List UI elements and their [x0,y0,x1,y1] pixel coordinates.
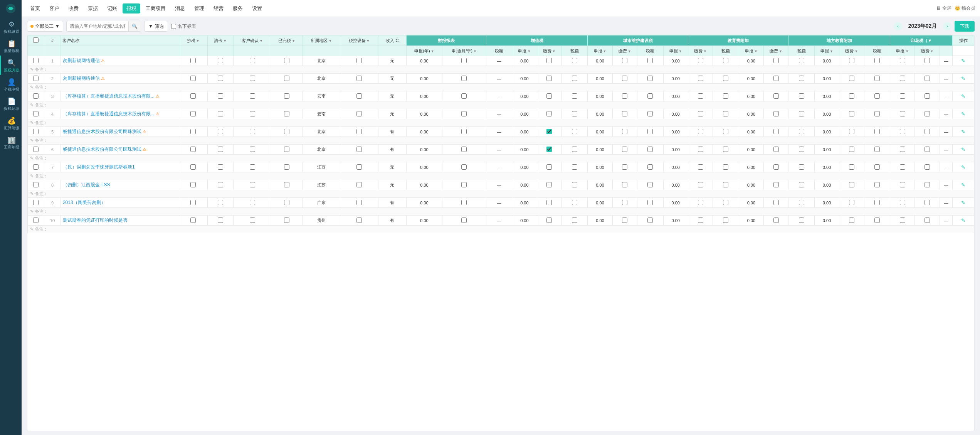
nav-accounting[interactable]: 记账 [103,3,121,13]
employee-filter-select[interactable]: 全部员工 ▼ [27,21,63,32]
stamp-declared-checkbox[interactable] [900,129,905,134]
row-checkbox[interactable] [33,164,39,170]
local-paid-checkbox[interactable] [799,182,804,187]
sidebar-item-personal-tax[interactable]: 👤 个税申报 [0,75,22,94]
edu-declared2-checkbox[interactable] [773,164,779,170]
city-declared-checkbox[interactable] [622,76,627,81]
taxdev-checkbox[interactable] [356,182,362,187]
city-paid-checkbox[interactable] [647,93,653,99]
row-checkbox[interactable] [33,147,39,152]
taxcopy-checkbox[interactable] [190,182,196,187]
sidebar-item-tax-settings[interactable]: ⚙ 报税设置 [0,17,22,36]
row-checkbox[interactable] [33,218,39,223]
edu-paid-checkbox[interactable] [723,76,728,81]
vip-btn[interactable]: 👑 畅会员 [955,5,975,12]
city-declared-checkbox[interactable] [622,147,627,152]
local-declared-checkbox[interactable] [849,218,854,223]
local-paid-checkbox[interactable] [799,58,804,63]
vat-declared-checkbox[interactable] [546,93,552,99]
nav-customer[interactable]: 客户 [45,3,63,13]
sidebar-item-annual-settlement[interactable]: 💰 汇算清缴 [0,113,22,133]
local-paid-checkbox[interactable] [799,76,804,81]
edit-button[interactable]: ✎ [961,76,965,81]
taxcopy-checkbox[interactable] [190,93,196,99]
stamp-declared-checkbox[interactable] [900,93,905,99]
local-paid2-checkbox[interactable] [874,93,880,99]
city-paid-checkbox[interactable] [647,147,653,152]
cardcancel-checkbox[interactable] [218,164,223,170]
row-checkbox-cell[interactable] [28,216,44,226]
confirm-checkbox[interactable] [250,218,255,223]
sidebar-item-tax-browse[interactable]: 🔍 报税浏览 [0,56,22,75]
confirm-checkbox[interactable] [250,93,255,99]
edu-declared-checkbox[interactable] [698,76,703,81]
edit-button[interactable]: ✎ [961,147,965,152]
local-paid-checkbox[interactable] [799,111,804,116]
local-declared-checkbox[interactable] [849,147,854,152]
taxdev-checkbox[interactable] [356,111,362,116]
declared-checkbox[interactable] [284,58,289,63]
fin-year-checkbox[interactable] [461,182,467,187]
remark-edit-icon[interactable]: ✎ [30,227,34,232]
vat-paid-checkbox[interactable] [572,76,577,81]
edu-declared2-checkbox[interactable] [773,76,779,81]
taxdev-checkbox[interactable] [356,93,362,99]
declared-checkbox[interactable] [284,129,289,134]
vat-paid-checkbox[interactable] [572,182,577,187]
edit-button[interactable]: ✎ [961,182,965,188]
city-declared-checkbox[interactable] [622,218,627,223]
edu-declared-checkbox[interactable] [698,218,703,223]
download-button[interactable]: 下载 [955,21,975,32]
nav-management[interactable]: 管理 [190,3,208,13]
cardcancel-checkbox[interactable] [218,129,223,134]
city-declared-checkbox[interactable] [622,111,627,116]
taxcopy-checkbox[interactable] [190,164,196,170]
local-paid-checkbox[interactable] [799,147,804,152]
vat-declared-checkbox[interactable] [546,200,552,205]
nav-business[interactable]: 工商项目 [142,3,170,13]
stamp-declared-checkbox[interactable] [900,164,905,170]
row-checkbox[interactable] [33,111,39,116]
vat-declared-checkbox[interactable] [546,218,552,223]
edu-declared-checkbox[interactable] [698,129,703,134]
nav-invoice[interactable]: 票据 [84,3,102,13]
local-declared-checkbox[interactable] [849,111,854,116]
city-paid-checkbox[interactable] [647,129,653,134]
edu-paid-checkbox[interactable] [723,93,728,99]
taxdev-checkbox[interactable] [356,58,362,63]
local-paid2-checkbox[interactable] [874,200,880,205]
city-paid-checkbox[interactable] [647,164,653,170]
edu-declared-checkbox[interactable] [698,111,703,116]
local-paid2-checkbox[interactable] [874,164,880,170]
local-declared-checkbox[interactable] [849,164,854,170]
declared-checkbox[interactable] [284,76,289,81]
local-declared-checkbox[interactable] [849,200,854,205]
row-checkbox[interactable] [33,129,39,134]
cardcancel-checkbox[interactable] [218,111,223,116]
local-declared-checkbox[interactable] [849,182,854,187]
local-declared-checkbox[interactable] [849,93,854,99]
taxcopy-checkbox[interactable] [190,200,196,205]
city-paid-checkbox[interactable] [647,76,653,81]
edu-declared-checkbox[interactable] [698,147,703,152]
city-paid-checkbox[interactable] [647,58,653,63]
company-name-link[interactable]: （原）误删勿改李珠牙测试斯春新1 [63,164,135,170]
nav-service[interactable]: 服务 [229,3,247,13]
edu-declared-checkbox[interactable] [698,164,703,170]
local-paid2-checkbox[interactable] [874,58,880,63]
stamp-paid-checkbox[interactable] [925,200,930,205]
local-paid-checkbox[interactable] [799,129,804,134]
taxdev-checkbox[interactable] [356,218,362,223]
edu-paid-checkbox[interactable] [723,147,728,152]
edu-declared-checkbox[interactable] [698,93,703,99]
edu-paid-checkbox[interactable] [723,129,728,134]
company-name-link[interactable]: 畅捷通信息技术股份有限公司民珠测试 [63,129,141,134]
nav-message[interactable]: 消息 [171,3,189,13]
local-paid2-checkbox[interactable] [874,76,880,81]
taxcopy-checkbox[interactable] [190,111,196,116]
confirm-checkbox[interactable] [250,200,255,205]
stamp-paid-checkbox[interactable] [925,58,930,63]
city-declared-checkbox[interactable] [622,182,627,187]
city-declared-checkbox[interactable] [622,93,627,99]
confirm-checkbox[interactable] [250,182,255,187]
